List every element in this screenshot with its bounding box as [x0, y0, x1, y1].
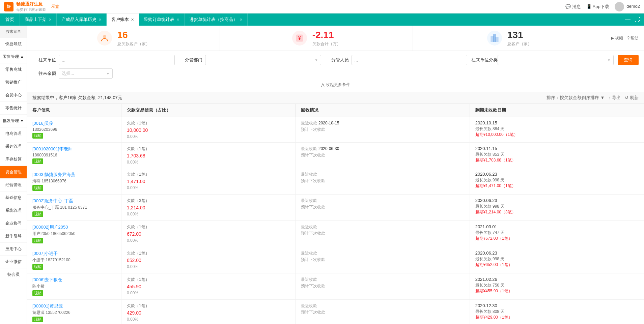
overdue-days-2: 最长欠款 998 天 — [475, 177, 638, 183]
sidebar-item-enterprise-wechat[interactable]: 企业微信 — [0, 256, 27, 268]
tab-customer[interactable]: 客户账本 ✕ — [107, 13, 139, 26]
sidebar-item-newbie[interactable]: 新手引导 — [0, 230, 27, 243]
customer-id-5[interactable]: [0007]小进干 — [32, 251, 116, 257]
sidebar-quick-nav[interactable]: 快捷导航 — [0, 38, 27, 51]
debt-amount-3[interactable]: 1,214.00 — [127, 205, 290, 210]
sidebar-item-batch-mgmt[interactable]: 批发管理 ▼ — [0, 115, 27, 127]
debt-amount-4[interactable]: 672.00 — [127, 231, 290, 237]
table-header: 客户信息 欠款交易信息（占比） 回收情况 到期未收款日期 — [27, 104, 644, 117]
filter-department-input[interactable]: ▼ — [205, 55, 321, 65]
tab-purchase-close[interactable]: ✕ — [176, 18, 179, 22]
cell-debt-3: 欠款（3笔） 1,214.00 0.00% — [121, 195, 296, 220]
refresh-icon: ↺ — [625, 95, 628, 100]
sidebar-item-retail-stat[interactable]: 零售统计 — [0, 102, 27, 115]
tab-customer-close[interactable]: ✕ — [131, 18, 134, 22]
cell-due-1: 2020.11.15 最长欠款 853 天 超期¥1,703.68（1笔） — [470, 143, 644, 168]
return-recent-2: 最近收款 — [301, 172, 464, 177]
filter-department-label: 分管部门 — [179, 57, 202, 63]
overdue-link-6[interactable]: 超期¥455.90（1笔） — [475, 288, 638, 294]
stat-debt-amount-value: -2.11 — [312, 30, 341, 40]
cell-return-1: 最近收款 2020-06-30 预计下次收款 — [296, 143, 470, 168]
filter-unit-category-input[interactable]: ▼ — [498, 55, 614, 65]
filter-manager-input[interactable]: ... — [352, 55, 468, 65]
sidebar-item-basic-info[interactable]: 基础信息 — [0, 192, 27, 204]
tab-home[interactable]: 首页 — [0, 13, 20, 26]
brand-info: 畅捷通好生意 母婴行业演示账套 — [16, 1, 46, 12]
debt-percent-1: 0.00% — [127, 160, 290, 165]
debt-amount-1[interactable]: 1,703.68 — [127, 153, 290, 158]
customer-id-7[interactable]: [000001]黄思源 — [32, 303, 116, 309]
sidebar-item-marketing[interactable]: 营销推广 — [0, 76, 27, 89]
export-btn[interactable]: ↑ 导出 — [609, 95, 621, 101]
user-avatar[interactable]: demo2 — [615, 2, 640, 11]
sidebar-item-vip[interactable]: 畅会员 — [0, 268, 27, 281]
cell-due-3: 2020.06.23 最长欠款 998 天 超期¥1,214.00（3笔） — [470, 195, 644, 220]
cell-customer-6: [0006]去下粮仓 陈小希 现销 — [27, 273, 121, 299]
sidebar-item-inventory[interactable]: 库存核算 — [0, 153, 27, 166]
sidebar-item-member[interactable]: 会员中心 — [0, 89, 27, 102]
debt-amount-6[interactable]: 455.90 — [127, 284, 290, 289]
tab-instock[interactable]: 进货单统计表（按商品） ✕ — [185, 13, 248, 26]
customer-id-1[interactable]: [0001020001]李老师 — [32, 146, 116, 152]
sidebar-item-enterprise[interactable]: 企业协同 — [0, 217, 27, 230]
tab-minimize-btn[interactable]: — — [624, 17, 632, 23]
sidebar-item-finance[interactable]: 资金管理 — [0, 166, 27, 179]
cell-debt-1: 欠款（1笔） 1,703.68 0.00% — [121, 143, 296, 168]
collapse-button[interactable]: ⋀ 收起更多条件 — [321, 82, 350, 88]
sidebar-item-app-center[interactable]: 应用中心 — [0, 243, 27, 256]
customer-id-0[interactable]: [0016]吴俊 — [32, 120, 116, 126]
customer-tag-1: 现销 — [32, 158, 43, 164]
filter-balance-input[interactable]: 选择... ▼ — [59, 68, 113, 79]
view-btn[interactable]: ▶ 视频 — [611, 35, 623, 41]
stat-debt-customers: 16 总欠款客户（家） — [27, 26, 220, 51]
due-date-2: 2020.06.23 — [475, 172, 638, 177]
sidebar-item-operation[interactable]: 经营管理 — [0, 179, 27, 192]
sidebar-item-purchase-mgmt[interactable]: 采购管理 — [0, 140, 27, 153]
sidebar-item-system[interactable]: 系统管理 — [0, 204, 27, 217]
stat-bar-right: ▶ 视频 ? 帮助 — [606, 26, 644, 51]
customer-tag-6: 现销 — [32, 290, 43, 296]
collapse-row: ⋀ 收起更多条件 — [32, 82, 639, 88]
overdue-link-4[interactable]: 超期¥672.00（1笔） — [475, 236, 638, 241]
tab-goods-close[interactable]: ✕ — [49, 18, 52, 22]
app-download-btn[interactable]: 📱 App下载 — [586, 4, 609, 10]
sidebar-item-retail-mall[interactable]: 零售商城 — [0, 63, 27, 76]
col-header-return: 回收情况 — [296, 104, 470, 117]
tab-produce[interactable]: 产成品入库单历史 ✕ — [57, 13, 107, 26]
debt-amount-2[interactable]: 1,471.00 — [127, 179, 290, 184]
debt-amount-7[interactable]: 429.00 — [127, 310, 290, 316]
overdue-link-7[interactable]: 超期¥429.00（1笔） — [475, 315, 638, 320]
sidebar-item-newbie-label: 新手引导 — [5, 234, 22, 238]
sidebar-toggle[interactable]: 示意 — [51, 4, 59, 9]
tab-produce-close[interactable]: ✕ — [99, 18, 102, 22]
sidebar-search[interactable]: 搜索菜单 — [0, 26, 27, 38]
tab-maximize-btn[interactable]: ⛶ — [633, 17, 641, 23]
sidebar-item-ecommerce[interactable]: 电商管理 — [0, 127, 27, 140]
tab-instock-close[interactable]: ✕ — [240, 18, 243, 22]
search-button[interactable]: 查询 — [618, 55, 639, 65]
overdue-link-1[interactable]: 超期¥1,703.68（1笔） — [475, 157, 638, 163]
overdue-link-3[interactable]: 超期¥1,214.00（3笔） — [475, 209, 638, 215]
stat-total-customers-text: 131 总客户（家） — [507, 30, 532, 47]
refresh-btn[interactable]: ↺ 刷新 — [625, 95, 639, 101]
sort-control[interactable]: 排序：按欠款金额倒序排序 ▼ — [547, 95, 605, 101]
customer-id-3[interactable]: [0002]服务中心_丁磊 — [32, 198, 116, 204]
customer-id-4[interactable]: [000002]用户2050 — [32, 224, 116, 230]
tab-goods[interactable]: 商品上下架 ✕ — [20, 13, 57, 26]
customer-phone-7: 黄思源 13552700226 — [32, 310, 116, 316]
customer-id-2[interactable]: [0003]畅捷服务尹海燕 — [32, 172, 116, 178]
help-btn[interactable]: ? 帮助 — [627, 35, 639, 41]
table-row: [000002]用户2050 用户2050 18665062050 现销 欠款（… — [27, 221, 644, 247]
filter-unit-category-label: 往来单位分类 — [471, 57, 495, 63]
filter-source-unit-input[interactable]: ... — [59, 55, 175, 65]
sidebar-item-retail-mgmt[interactable]: 零售管理 ▲ — [0, 51, 27, 63]
debt-amount-5[interactable]: 652.00 — [127, 258, 290, 263]
message-btn[interactable]: 💬 消息 — [565, 4, 581, 10]
tab-purchase[interactable]: 采购订单统计表 ✕ — [139, 13, 185, 26]
debt-amount-0[interactable]: 10,000.00 — [127, 127, 290, 133]
overdue-link-5[interactable]: 超期¥652.00（1笔） — [475, 262, 638, 268]
overdue-link-0[interactable]: 超期¥10,000.00（1笔） — [475, 132, 638, 138]
overdue-link-2[interactable]: 超期¥1,471.00（1笔） — [475, 183, 638, 189]
filter-source-unit-placeholder: ... — [62, 58, 172, 63]
customer-id-6[interactable]: [0006]去下粮仓 — [32, 277, 116, 283]
